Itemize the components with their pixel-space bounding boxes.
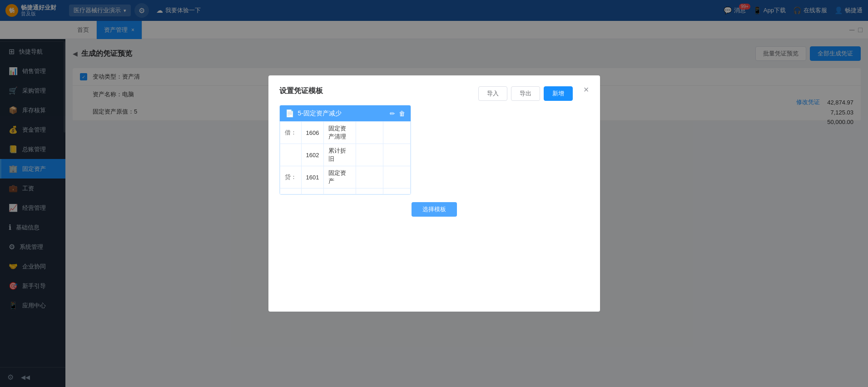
import-button[interactable]: 导入 bbox=[478, 86, 507, 101]
code-2: 1602 bbox=[301, 144, 324, 166]
template-delete-icon[interactable]: 🗑 bbox=[399, 110, 405, 117]
template-detail-table: 借： 1606 固定资产清理 1602 累计折旧 贷： bbox=[280, 121, 411, 194]
credit-1 bbox=[383, 122, 410, 144]
template-row-1: 借： 1606 固定资产清理 bbox=[280, 122, 410, 144]
template-row-3: 贷： 1601 固定资产 bbox=[280, 166, 410, 189]
debit-3 bbox=[356, 166, 383, 189]
side-label-4 bbox=[280, 189, 301, 194]
template-doc-icon: 📄 bbox=[285, 109, 294, 118]
modal-overlay: 设置凭证模板 × 导入 导出 新增 📄 5-固定资产减少 ✏ 🗑 bbox=[0, 0, 868, 387]
template-card-actions: ✏ 🗑 bbox=[390, 110, 405, 117]
template-card: 📄 5-固定资产减少 ✏ 🗑 借： 1606 固定资产清理 bbox=[279, 105, 411, 195]
modal-close-button[interactable]: × bbox=[582, 83, 591, 97]
credit-2 bbox=[383, 144, 410, 166]
template-card-body: 借： 1606 固定资产清理 1602 累计折旧 贷： bbox=[280, 121, 411, 194]
name-3: 固定资产 bbox=[324, 166, 356, 189]
debit-2 bbox=[356, 144, 383, 166]
name-2: 累计折旧 bbox=[324, 144, 356, 166]
template-row-2: 1602 累计折旧 bbox=[280, 144, 410, 166]
template-card-title: 5-固定资产减少 bbox=[298, 109, 386, 118]
credit-3 bbox=[383, 166, 410, 189]
side-label-1: 借： bbox=[280, 122, 301, 144]
debit-1 bbox=[356, 122, 383, 144]
template-edit-icon[interactable]: ✏ bbox=[390, 110, 395, 117]
side-label-2 bbox=[280, 144, 301, 166]
debit-4 bbox=[356, 189, 383, 194]
template-row-4 bbox=[280, 189, 410, 194]
credit-4 bbox=[383, 189, 410, 194]
new-button[interactable]: 新增 bbox=[544, 86, 573, 101]
modal-toolbar: 导入 导出 新增 bbox=[478, 86, 573, 101]
select-template-button[interactable]: 选择模板 bbox=[412, 202, 457, 217]
export-button[interactable]: 导出 bbox=[511, 86, 540, 101]
select-template-row: 选择模板 bbox=[279, 202, 589, 217]
name-4 bbox=[324, 189, 356, 194]
modal-dialog: 设置凭证模板 × 导入 导出 新增 📄 5-固定资产减少 ✏ 🗑 bbox=[268, 75, 600, 312]
code-3: 1601 bbox=[301, 166, 324, 189]
side-label-3: 贷： bbox=[280, 166, 301, 189]
code-4 bbox=[301, 189, 324, 194]
code-1: 1606 bbox=[301, 122, 324, 144]
template-card-header: 📄 5-固定资产减少 ✏ 🗑 bbox=[280, 105, 411, 121]
name-1: 固定资产清理 bbox=[324, 122, 356, 144]
